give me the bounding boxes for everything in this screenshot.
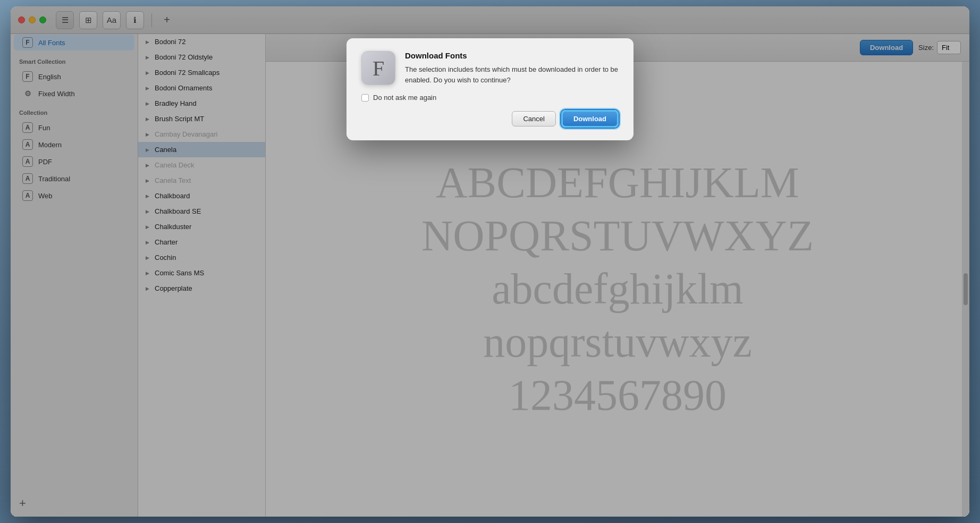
dialog-buttons: Cancel Download bbox=[361, 110, 619, 128]
dialog-download-button[interactable]: Download bbox=[561, 110, 619, 128]
dialog-message: The selection includes fonts which must … bbox=[405, 64, 619, 85]
do-not-ask-label: Do not ask me again bbox=[373, 94, 436, 102]
dialog-title: Download Fonts bbox=[405, 51, 619, 60]
dialog-text-content: Download Fonts The selection includes fo… bbox=[405, 51, 619, 85]
dialog-overlay: F Download Fonts The selection includes … bbox=[11, 6, 969, 517]
dialog-icon: F bbox=[361, 51, 395, 85]
dialog-checkbox-row: Do not ask me again bbox=[361, 94, 619, 102]
download-fonts-dialog: F Download Fonts The selection includes … bbox=[347, 38, 633, 140]
app-window: ☰ ⊞ Aa ℹ + F All Fonts Smart Collection … bbox=[11, 6, 969, 517]
do-not-ask-checkbox[interactable] bbox=[361, 94, 369, 102]
dialog-icon-char: F bbox=[373, 56, 384, 81]
dialog-cancel-button[interactable]: Cancel bbox=[512, 111, 555, 126]
dialog-header: F Download Fonts The selection includes … bbox=[361, 51, 619, 85]
